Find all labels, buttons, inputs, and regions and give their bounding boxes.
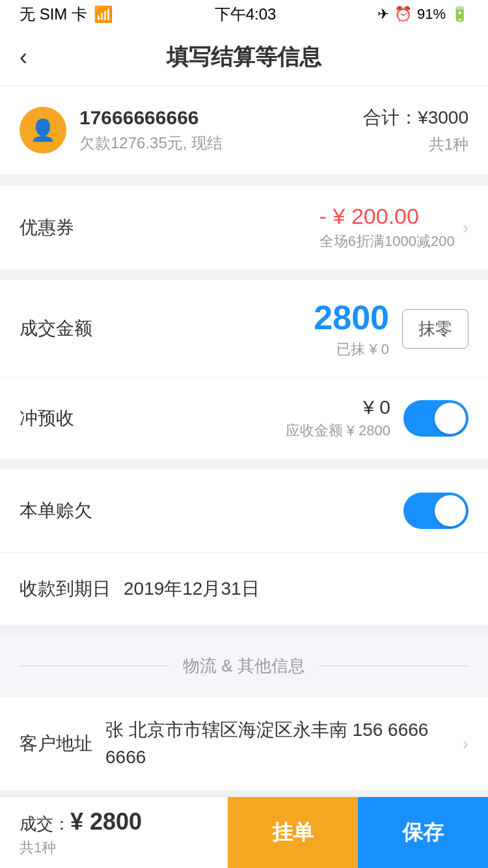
- prepaid-toggle[interactable]: [403, 400, 468, 437]
- transaction-amount-row: 成交金额 2800 已抹 ¥ 0 抹零: [0, 280, 488, 377]
- amount-label: 成交金额: [20, 316, 92, 341]
- prepaid-value-block: ¥ 0 应收金额 ¥ 2800: [286, 396, 390, 441]
- address-value: 张 北京市市辖区海淀区永丰南 156 6666 6666: [105, 716, 463, 771]
- address-label: 客户地址: [20, 731, 92, 756]
- user-phone: 17666666666: [79, 107, 223, 129]
- bottom-bar: 成交：¥ 2800 共1种 挂单 保存: [0, 796, 488, 868]
- status-right: ✈ ⏰ 91% 🔋: [377, 6, 468, 23]
- section-gap-1: [0, 269, 488, 280]
- battery-label: 91%: [417, 6, 446, 23]
- bottom-summary: 成交：¥ 2800 共1种: [0, 797, 228, 868]
- section-gap-2: [0, 459, 488, 469]
- wifi-icon: 📶: [94, 5, 113, 23]
- hang-button[interactable]: 挂单: [228, 797, 358, 868]
- avatar: 👤: [20, 107, 66, 154]
- debt-toggle-knob: [435, 495, 466, 526]
- debt-row: 本单赊欠: [0, 469, 488, 552]
- user-info: 17666666666 欠款1276.35元, 现结: [79, 107, 223, 154]
- prepaid-label: 冲预收: [20, 406, 74, 431]
- user-total: 合计：¥3000 共1种: [363, 105, 468, 155]
- amount-value-block: 2800 已抹 ¥ 0: [314, 298, 389, 359]
- coupon-row[interactable]: 优惠券 - ¥ 200.00 全场6折满1000减200 ›: [0, 185, 488, 269]
- battery-icon: 🔋: [451, 6, 468, 23]
- divider-line-right: [318, 666, 468, 666]
- coupon-chevron-icon: ›: [463, 217, 468, 238]
- alarm-icon: ⏰: [394, 6, 412, 23]
- summary-label: 成交：: [20, 814, 70, 834]
- sim-label: 无 SIM 卡: [20, 4, 87, 25]
- amount-sub: 已抹 ¥ 0: [314, 340, 389, 359]
- location-icon: ✈: [377, 6, 389, 23]
- debt-label: 本单赊欠: [20, 498, 92, 523]
- status-time: 下午4:03: [215, 4, 277, 25]
- coupon-label: 优惠券: [20, 215, 74, 240]
- divider-line-left: [20, 666, 170, 666]
- address-row[interactable]: 客户地址 张 北京市市辖区海淀区永丰南 156 6666 6666 ›: [0, 697, 488, 791]
- nav-bar: ‹ 填写结算等信息: [0, 29, 488, 86]
- content-area: 👤 17666666666 欠款1276.35元, 现结 合计：¥3000 共1…: [0, 86, 488, 868]
- bottom-summary-top: 成交：¥ 2800: [20, 808, 208, 835]
- item-count: 共1种: [363, 134, 468, 155]
- avatar-icon: 👤: [30, 118, 56, 142]
- due-date-label: 收款到期日: [20, 576, 111, 601]
- prepaid-row: 冲预收 ¥ 0 应收金额 ¥ 2800: [0, 377, 488, 459]
- logistics-divider: 物流 & 其他信息: [0, 635, 488, 697]
- status-left: 无 SIM 卡 📶: [20, 4, 113, 25]
- total-amount: 合计：¥3000: [363, 105, 468, 130]
- coupon-right: - ¥ 200.00 全场6折满1000减200 ›: [319, 204, 468, 251]
- due-date-value: 2019年12月31日: [124, 576, 260, 601]
- coupon-desc: 全场6折满1000减200: [319, 232, 455, 251]
- summary-count: 共1种: [20, 838, 208, 858]
- summary-amount: ¥ 2800: [70, 808, 142, 835]
- status-bar: 无 SIM 卡 📶 下午4:03 ✈ ⏰ 91% 🔋: [0, 0, 488, 29]
- user-card: 👤 17666666666 欠款1276.35元, 现结 合计：¥3000 共1…: [0, 86, 488, 174]
- back-button[interactable]: ‹: [20, 44, 27, 71]
- debt-toggle[interactable]: [403, 493, 468, 529]
- prepaid-sub: 应收金额 ¥ 2800: [286, 421, 390, 441]
- due-date-row: 收款到期日 2019年12月31日: [0, 552, 488, 625]
- user-debt: 欠款1276.35元, 现结: [79, 133, 223, 154]
- coupon-amount: - ¥ 200.00: [319, 204, 455, 229]
- address-chevron-icon: ›: [463, 733, 468, 754]
- prepaid-right: ¥ 0 应收金额 ¥ 2800: [286, 396, 468, 441]
- prepaid-number: ¥ 0: [286, 396, 390, 418]
- amount-number: 2800: [314, 299, 389, 336]
- amount-right: 2800 已抹 ¥ 0 抹零: [314, 298, 468, 359]
- toggle-knob: [435, 403, 466, 434]
- save-button[interactable]: 保存: [358, 797, 488, 868]
- round-button[interactable]: 抹零: [402, 309, 468, 349]
- divider-text: 物流 & 其他信息: [170, 655, 318, 677]
- page-title: 填写结算等信息: [167, 42, 321, 72]
- section-gap-3: [0, 625, 488, 635]
